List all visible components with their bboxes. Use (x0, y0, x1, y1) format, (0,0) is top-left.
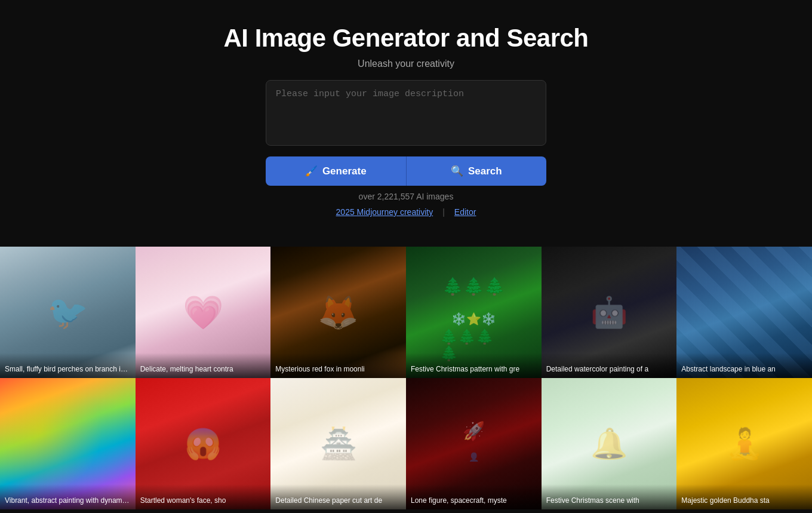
gallery-item-10[interactable]: 🚀 👤 Lone figure, spacecraft, myste (406, 378, 542, 509)
gallery-caption-5: Detailed watercolor painting of a (542, 353, 677, 378)
page-title: AI Image Generator and Search (12, 24, 800, 53)
search-label: Search (468, 165, 502, 177)
gallery-caption-11: Festive Christmas scene with (542, 484, 677, 509)
gallery-item-12[interactable]: 🧘 Majestic golden Buddha sta (676, 378, 812, 509)
midjourney-link[interactable]: 2025 Midjourney creativity (336, 207, 433, 217)
gallery-caption-1: Small, fluffy bird perches on branch in … (0, 353, 136, 378)
nav-separator: | (442, 207, 445, 217)
gallery-row-2: Vibrant, abstract painting with dynamic … (0, 378, 812, 509)
editor-link[interactable]: Editor (454, 207, 476, 217)
gallery-item-6[interactable]: Abstract landscape in blue an (676, 247, 812, 378)
gallery-caption-12: Majestic golden Buddha sta (676, 484, 812, 509)
generate-label: Generate (322, 165, 367, 177)
header-section: AI Image Generator and Search Unleash yo… (0, 0, 812, 241)
search-icon: 🔍 (451, 165, 463, 177)
gallery-item-4[interactable]: 🌲🌲🌲 ❄️⭐❄️ 🌲🌲🌲🌲 Festive Christmas pattern… (406, 247, 542, 378)
gallery-caption-2: Delicate, melting heart contra (136, 353, 271, 378)
generate-icon: 🖌️ (305, 165, 318, 177)
nav-links: 2025 Midjourney creativity | Editor (12, 207, 800, 217)
gallery-caption-6: Abstract landscape in blue an (676, 353, 812, 378)
gallery-caption-10: Lone figure, spacecraft, myste (406, 484, 542, 509)
gallery-section: 🐦 Small, fluffy bird perches on branch i… (0, 241, 812, 513)
action-buttons: 🖌️ Generate 🔍 Search (266, 156, 546, 186)
prompt-input[interactable] (266, 80, 546, 146)
gallery-caption-7: Vibrant, abstract painting with dynamic … (0, 484, 136, 509)
gallery-item-8[interactable]: 😱 Startled woman's face, sho (136, 378, 271, 509)
gallery-item-7[interactable]: Vibrant, abstract painting with dynamic … (0, 378, 136, 509)
search-button[interactable]: 🔍 Search (406, 156, 547, 186)
generate-button[interactable]: 🖌️ Generate (266, 156, 406, 186)
gallery-caption-3: Mysterious red fox in moonli (270, 353, 406, 378)
gallery-caption-9: Detailed Chinese paper cut art de (270, 484, 406, 509)
gallery-item-5[interactable]: 🤖 Detailed watercolor painting of a (542, 247, 677, 378)
gallery-item-3[interactable]: 🦊 Mysterious red fox in moonli (270, 247, 406, 378)
gallery-item-11[interactable]: 🔔 Festive Christmas scene with (542, 378, 677, 509)
gallery-item-2[interactable]: 💗 Delicate, melting heart contra (136, 247, 271, 378)
gallery-caption-4: Festive Christmas pattern with gre (406, 353, 542, 378)
image-count: over 2,221,557 AI images (12, 192, 800, 201)
gallery-row-1: 🐦 Small, fluffy bird perches on branch i… (0, 247, 812, 378)
gallery-item-1[interactable]: 🐦 Small, fluffy bird perches on branch i… (0, 247, 136, 378)
prompt-wrapper (266, 80, 546, 148)
subtitle: Unleash your creativity (12, 59, 800, 69)
gallery-item-9[interactable]: 🏯 Detailed Chinese paper cut art de (270, 378, 406, 509)
gallery-caption-8: Startled woman's face, sho (136, 484, 271, 509)
